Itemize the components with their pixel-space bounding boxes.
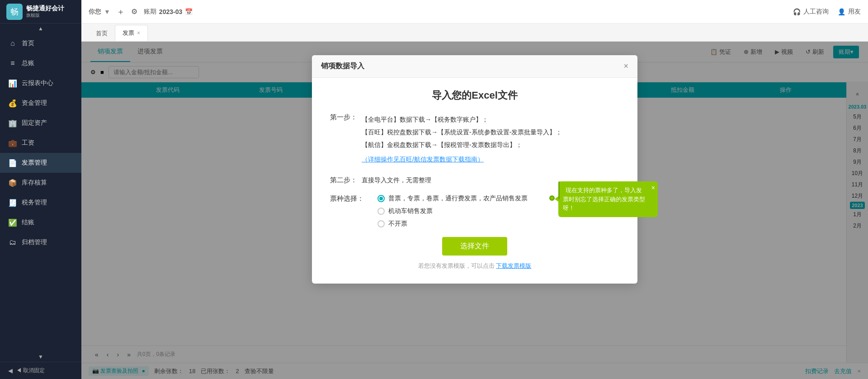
- archive-icon: 🗂: [8, 238, 17, 247]
- modal-overlay: 销项数据导入 × 导入您的Excel文件 第一步： 【全电平台】数据下载→【税务…: [81, 42, 868, 379]
- radio-3[interactable]: [377, 220, 385, 227]
- step1-line3: 【航信】金税盘数据下载→【报税管理-发票数据导出】；: [362, 138, 562, 151]
- assets-icon: 🏢: [8, 118, 17, 128]
- radio-row-3: 不开票: [377, 220, 555, 228]
- radio-group: 普票，专票，卷票，通行费发票，农产品销售发票 现在支持的票种多了，导: [377, 194, 555, 228]
- sidebar-item-settle[interactable]: ✅ 结账: [0, 213, 81, 232]
- sidebar-item-salary[interactable]: 💼 工资: [0, 133, 81, 153]
- home-icon: ⌂: [8, 39, 17, 48]
- sidebar-item-tax[interactable]: 🧾 税务管理: [0, 193, 81, 213]
- modal-footer: 若您没有发票模版，可以点击 下载发票模版: [330, 262, 619, 270]
- tooltip-dot: [549, 195, 555, 201]
- sidebar-nav: ⌂ 首页 ≡ 总账 📊 云报表中心 💰 资金管理 🏢 固定资产 💼 工资: [0, 33, 81, 352]
- main-content: 你您 ▼ ＋ ⚙ 账期 2023-03 📅 🎧 人工咨询 👤 用友: [81, 0, 868, 379]
- tax-icon: 🧾: [8, 198, 17, 207]
- radio-1[interactable]: [377, 195, 385, 202]
- collapse-icon: ◀: [8, 367, 13, 374]
- import-title: 导入您的Excel文件: [330, 89, 619, 102]
- download-template-link[interactable]: 下载发票模版: [496, 262, 531, 269]
- modal-header: 销项数据导入 ×: [312, 55, 637, 78]
- step1-line1: 【全电平台】数据下载→【税务数字账户】；: [362, 113, 562, 126]
- tabbar: 首页 发票 ×: [81, 24, 868, 42]
- step1-content: 【全电平台】数据下载→【税务数字账户】； 【百旺】税控盘数据下载→【系统设置-系…: [362, 113, 562, 166]
- sidebar-item-invoice[interactable]: 📄 发票管理: [0, 153, 81, 173]
- step1-label: 第一步：: [330, 113, 357, 122]
- calendar-icon[interactable]: 📅: [185, 8, 193, 15]
- tab-invoice[interactable]: 发票 ×: [115, 25, 148, 41]
- modal-body: 导入您的Excel文件 第一步： 【全电平台】数据下载→【税务数字账户】； 【百…: [312, 78, 637, 284]
- sidebar-item-assets[interactable]: 🏢 固定资产: [0, 113, 81, 133]
- tooltip-close-btn[interactable]: ×: [651, 183, 655, 193]
- logo-title: 畅捷通好会计: [26, 5, 64, 12]
- add-company-btn[interactable]: ＋: [117, 6, 125, 17]
- reports-icon: 📊: [8, 79, 17, 88]
- radio-1-dot: [379, 197, 383, 200]
- sidebar: 畅 畅捷通好会计 旗舰版 ▲ ⌂ 首页 ≡ 总账 📊 云报表中心: [0, 0, 81, 379]
- consult-btn[interactable]: 🎧 人工咨询: [793, 8, 829, 16]
- funds-icon: 💰: [8, 99, 17, 108]
- company-arrow-icon: ▼: [104, 8, 110, 15]
- sidebar-item-funds[interactable]: 💰 资金管理: [0, 93, 81, 113]
- sidebar-scroll-down[interactable]: ▼: [0, 352, 81, 362]
- company-selector[interactable]: 你您 ▼: [89, 8, 110, 16]
- step2-text: 直接导入文件，无需整理: [362, 174, 431, 186]
- modal-title: 销项数据导入: [321, 62, 364, 71]
- settle-icon: ✅: [8, 218, 17, 227]
- period-display: 账期 2023-03 📅: [144, 8, 193, 16]
- sidebar-item-ledger[interactable]: ≡ 总账: [0, 53, 81, 73]
- sidebar-collapse-btn[interactable]: ◀ ◀ 取消固定: [0, 362, 81, 379]
- logo-icon: 畅: [6, 4, 23, 20]
- step1-guide-link[interactable]: （详细操作见百旺/航信发票数据下载指南）: [362, 156, 484, 163]
- sidebar-logo: 畅 畅捷通好会计 旗舰版: [0, 0, 81, 24]
- step1-line2: 【百旺】税控盘数据下载→【系统设置-系统参数设置-发票批量导入】；: [362, 126, 562, 138]
- ledger-icon: ≡: [8, 59, 17, 68]
- step2-label: 第二步：: [330, 176, 357, 185]
- user-menu[interactable]: 👤 用友: [838, 8, 861, 16]
- sidebar-item-home[interactable]: ⌂ 首页: [0, 33, 81, 53]
- tooltip-bar: [558, 181, 560, 199]
- tab-home[interactable]: 首页: [89, 26, 115, 41]
- radio-row-2: 机动车销售发票: [377, 207, 555, 215]
- sidebar-item-archive[interactable]: 🗂 归档管理: [0, 232, 81, 252]
- ticket-section: 票种选择： 普票，专票，卷票，通行费发票，农产品销售发票: [330, 194, 619, 228]
- radio-2[interactable]: [377, 208, 385, 215]
- sidebar-item-reports[interactable]: 📊 云报表中心: [0, 73, 81, 93]
- modal-close-btn[interactable]: ×: [623, 62, 628, 71]
- user-icon: 👤: [838, 8, 845, 15]
- invoice-icon: 📄: [8, 158, 17, 167]
- import-modal: 销项数据导入 × 导入您的Excel文件 第一步： 【全电平台】数据下载→【税务…: [312, 55, 637, 284]
- tab-close-icon[interactable]: ×: [137, 30, 140, 36]
- sidebar-item-stock[interactable]: 📦 库存核算: [0, 173, 81, 193]
- salary-icon: 💼: [8, 138, 17, 147]
- tooltip-bubble: 现在支持的票种多了，导入发票时别忘了选择正确的发票类型呀！ ×: [558, 181, 658, 217]
- logo-subtitle: 旗舰版: [26, 12, 64, 19]
- stock-icon: 📦: [8, 178, 17, 187]
- topbar-right: 🎧 人工咨询 👤 用友: [793, 8, 861, 16]
- ticket-label: 票种选择：: [330, 194, 364, 203]
- tooltip-arrow: [555, 196, 558, 202]
- headset-icon: 🎧: [793, 8, 801, 15]
- step1: 第一步： 【全电平台】数据下载→【税务数字账户】； 【百旺】税控盘数据下载→【系…: [330, 113, 619, 166]
- settings-btn[interactable]: ⚙: [131, 7, 137, 16]
- radio-row-1: 普票，专票，卷票，通行费发票，农产品销售发票 现在支持的票种多了，导: [377, 194, 555, 203]
- sidebar-scroll-up[interactable]: ▲: [0, 24, 81, 33]
- topbar: 你您 ▼ ＋ ⚙ 账期 2023-03 📅 🎧 人工咨询 👤 用友: [81, 0, 868, 24]
- select-file-btn[interactable]: 选择文件: [442, 237, 507, 256]
